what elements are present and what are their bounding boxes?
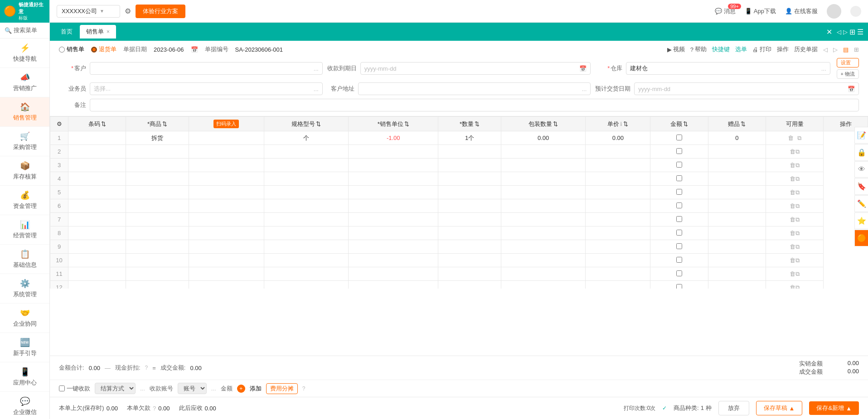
delete-icon[interactable]: 🗑 [790,189,795,196]
delivery-date-input[interactable]: yyyy-mm-dd 📅 [634,82,859,95]
toolbar-video[interactable]: ▶ 视频 [667,45,685,53]
save-new-button[interactable]: 保存&新增 ▲ [809,401,859,415]
delete-icon-1[interactable]: 🗑 [788,135,794,141]
copy-icon[interactable]: ⧉ [795,257,800,264]
salesman-input[interactable]: 选择... ... [90,82,323,95]
warehouse-input[interactable]: 建材仓 ... [626,62,830,75]
delete-icon[interactable]: 🗑 [790,284,795,289]
radio-return-order[interactable]: 退货单 [91,45,116,53]
sidebar-item-basic[interactable]: 📋 基础信息 [0,245,49,274]
sidebar-item-system[interactable]: ⚙️ 系统管理 [0,274,49,303]
radio-sales-order[interactable]: 销售单 [59,45,84,53]
delete-icon[interactable]: 🗑 [790,148,795,155]
cell-gift-1[interactable] [650,131,708,145]
user-avatar[interactable] [827,4,841,19]
discount-help-icon[interactable]: ? [145,365,148,371]
sidebar-item-sales[interactable]: 🏠 销售管理 [0,97,49,127]
rp-edit-icon[interactable]: ✏️ [854,195,868,212]
nav-back-icon[interactable]: ◁ [823,46,828,53]
settings-button[interactable]: 设置 [837,58,859,67]
toolbar-history[interactable]: 历史单据 [794,45,818,53]
fenyong-button[interactable]: 费用分摊 [266,383,298,394]
copy-icon[interactable]: ⧉ [795,189,800,196]
th-scan[interactable]: 扫码录入 [189,117,264,131]
th-unit[interactable]: *销售单位⇅ [349,117,438,131]
table-layout-icon[interactable]: ▤ [843,46,849,53]
th-pack-qty[interactable]: 包装数量⇅ [501,117,585,131]
sidebar-item-operation[interactable]: 📊 经营管理 [0,215,49,245]
cell-pack-qty-1[interactable]: 1个 [438,131,501,145]
message-button[interactable]: 💬 消息 99+ [715,7,736,15]
copy-icon[interactable]: ⧉ [795,243,800,250]
copy-icon[interactable]: ⧉ [795,148,800,155]
th-spec[interactable]: 规格型号⇅ [264,117,348,131]
fenyong-help-icon[interactable]: ? [302,385,305,392]
due-date-input[interactable]: yyyy-mm-dd 📅 [360,62,591,75]
user-avatar2[interactable] [850,6,861,17]
cell-spec-1[interactable] [189,131,264,145]
tab-home[interactable]: 首页 [54,25,79,39]
copy-icon[interactable]: ⧉ [795,216,800,223]
total-owe-help-icon[interactable]: ? [153,405,156,412]
card-layout-icon[interactable]: ⊞ [854,46,859,53]
delete-icon[interactable]: 🗑 [790,216,795,223]
customer-input[interactable]: ... [90,62,323,75]
rp-orange-icon[interactable]: 🟠 [854,230,868,246]
sidebar-item-quick-nav[interactable]: ⚡ 快捷导航 [0,39,49,68]
tab-close-icon[interactable]: × [107,29,110,35]
notes-input[interactable] [90,99,859,111]
logistics-button[interactable]: + 物流 [837,69,859,79]
rp-bookmark-icon[interactable]: 🔖 [854,178,868,195]
company-selector[interactable]: XXXXXX公司 ▼ [57,5,120,18]
cell-unit-1[interactable]: 个 [264,131,348,145]
sidebar-item-guide[interactable]: 🆕 新手引导 [0,333,49,362]
calendar-icon[interactable]: 📅 [191,46,198,53]
tab-sales-order[interactable]: 销售单 × [80,25,116,39]
cell-qty-1[interactable]: -1.00 [349,131,438,145]
scan-button[interactable]: 扫码录入 [213,120,239,128]
experience-button[interactable]: 体验行业方案 [136,5,185,18]
th-qty[interactable]: *数量⇅ [438,117,501,131]
nav-prev-icon[interactable]: ◁ [837,29,841,35]
one-click-payment-check[interactable]: 一键收款 [59,385,90,393]
nav-next-icon[interactable]: ▷ [843,29,848,35]
delete-icon[interactable]: 🗑 [790,175,795,182]
toolbar-shortcut[interactable]: 快捷键 [712,45,730,53]
discard-button[interactable]: 放弃 [718,401,749,415]
sidebar-item-enterprise[interactable]: 🤝 企业协同 [0,303,49,333]
sidebar-item-appcenter[interactable]: 📱 应用中心 [0,362,49,392]
th-amount[interactable]: 金额⇅ [650,117,708,131]
th-gift[interactable]: 赠品⇅ [708,117,766,131]
copy-icon[interactable]: ⧉ [795,175,800,182]
delete-icon[interactable]: 🗑 [790,257,795,264]
toolbar-help[interactable]: ? 帮助 [690,45,707,53]
delete-icon[interactable]: 🗑 [790,162,795,169]
grid-view-icon[interactable]: ⊞ [849,28,855,36]
cell-unit-price-1[interactable]: 0.00 [501,131,585,145]
add-payment-button[interactable]: + [237,385,245,393]
rp-lock-icon[interactable]: 🔒 [854,144,868,161]
th-settings[interactable]: ⚙ [50,117,68,131]
cell-barcode-1[interactable] [68,131,126,145]
sidebar-item-capital[interactable]: 💰 资金管理 [0,186,49,215]
app-download-button[interactable]: 📱 App下载 [745,7,776,15]
customer-addr-input[interactable]: ... [358,82,591,95]
sidebar-item-purchase[interactable]: 🛒 采购管理 [0,127,49,156]
toolbar-select[interactable]: 选单 [735,45,747,53]
payment-method-select[interactable]: 结算方式 [95,383,136,394]
copy-icon[interactable]: ⧉ [795,202,800,209]
delete-icon[interactable]: 🗑 [790,270,795,277]
copy-icon[interactable]: ⧉ [795,230,800,236]
copy-icon[interactable]: ⧉ [795,270,800,277]
close-all-tabs-icon[interactable]: ✕ [826,28,832,36]
save-draft-button[interactable]: 保存草稿 ▲ [756,401,803,415]
th-unit-price[interactable]: 单价ℹ⇅ [586,117,650,131]
sidebar-item-inventory[interactable]: 📦 库存核算 [0,156,49,186]
th-barcode[interactable]: 条码⇅ [68,117,126,131]
th-goods[interactable]: *商品⇅ [126,117,189,131]
sidebar-search[interactable]: 🔍 搜索菜单 [0,23,49,39]
sidebar-item-marketing[interactable]: 📣 营销推广 [0,68,49,97]
toolbar-operate[interactable]: 操作 [777,45,789,53]
account-select[interactable]: 账号 [178,383,207,394]
rp-star-icon[interactable]: ⭐ [854,212,868,229]
